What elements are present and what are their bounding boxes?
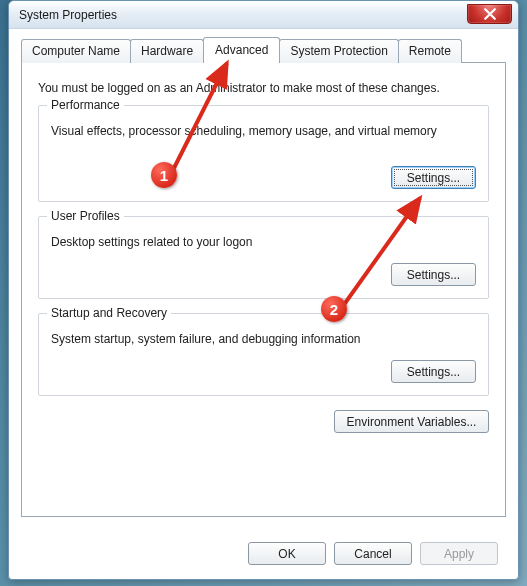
tab-panel-advanced: You must be logged on as an Administrato… bbox=[21, 62, 506, 517]
annotation-marker-2: 2 bbox=[321, 296, 347, 322]
environment-variables-button[interactable]: Environment Variables... bbox=[334, 410, 489, 433]
group-user-profiles-legend: User Profiles bbox=[47, 209, 124, 223]
tab-hardware[interactable]: Hardware bbox=[130, 39, 204, 63]
ok-button[interactable]: OK bbox=[248, 542, 326, 565]
tab-computer-name[interactable]: Computer Name bbox=[21, 39, 131, 63]
tab-remote[interactable]: Remote bbox=[398, 39, 462, 63]
group-startup-recovery: Startup and Recovery System startup, sys… bbox=[38, 313, 489, 396]
dialog-button-row: OK Cancel Apply bbox=[248, 542, 498, 565]
window-title: System Properties bbox=[9, 8, 467, 22]
group-user-profiles: User Profiles Desktop settings related t… bbox=[38, 216, 489, 299]
group-startup-legend: Startup and Recovery bbox=[47, 306, 171, 320]
close-icon bbox=[484, 8, 496, 20]
group-performance-desc: Visual effects, processor scheduling, me… bbox=[51, 124, 476, 138]
tabstrip: Computer Name Hardware Advanced System P… bbox=[21, 39, 506, 63]
group-user-profiles-desc: Desktop settings related to your logon bbox=[51, 235, 476, 249]
tab-system-protection[interactable]: System Protection bbox=[279, 39, 398, 63]
cancel-button[interactable]: Cancel bbox=[334, 542, 412, 565]
group-startup-desc: System startup, system failure, and debu… bbox=[51, 332, 476, 346]
apply-button[interactable]: Apply bbox=[420, 542, 498, 565]
system-properties-window: System Properties Computer Name Hardware… bbox=[8, 0, 519, 580]
intro-text: You must be logged on as an Administrato… bbox=[38, 81, 489, 95]
user-profiles-settings-button[interactable]: Settings... bbox=[391, 263, 476, 286]
tab-advanced[interactable]: Advanced bbox=[203, 37, 280, 63]
group-performance: Performance Visual effects, processor sc… bbox=[38, 105, 489, 202]
performance-settings-button[interactable]: Settings... bbox=[391, 166, 476, 189]
titlebar: System Properties bbox=[9, 1, 518, 29]
group-performance-legend: Performance bbox=[47, 98, 124, 112]
client-area: Computer Name Hardware Advanced System P… bbox=[9, 29, 518, 529]
annotation-marker-1: 1 bbox=[151, 162, 177, 188]
startup-settings-button[interactable]: Settings... bbox=[391, 360, 476, 383]
close-button[interactable] bbox=[467, 4, 512, 24]
